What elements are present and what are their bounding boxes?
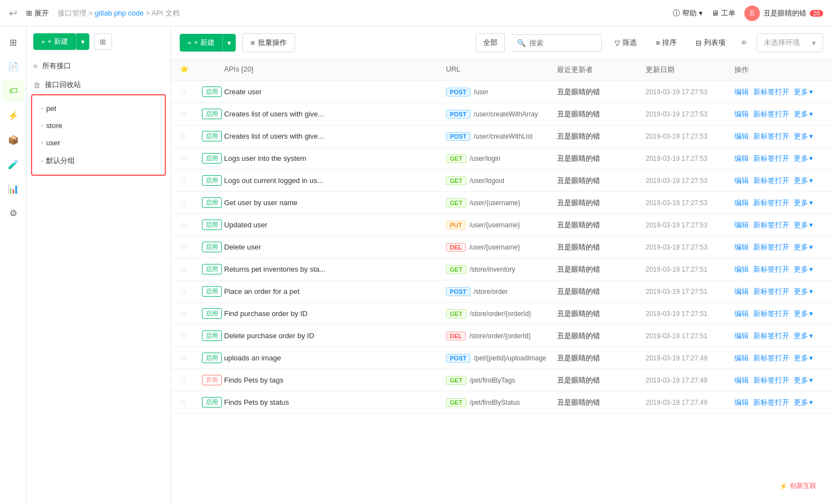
- edit-button[interactable]: 编辑: [734, 375, 749, 385]
- new-tab-button[interactable]: 新标签打开: [753, 176, 789, 186]
- api-name[interactable]: Create user: [224, 88, 446, 96]
- star-toggle[interactable]: ☆: [180, 175, 202, 186]
- sidebar-item-default[interactable]: › 默认分组 ···: [32, 151, 165, 170]
- star-toggle[interactable]: ☆: [180, 353, 202, 363]
- edit-button[interactable]: 编辑: [734, 220, 749, 230]
- star-toggle[interactable]: ☆: [180, 242, 202, 252]
- api-name[interactable]: Find purchase order by ID: [224, 309, 446, 318]
- new-tab-button[interactable]: 新标签打开: [753, 309, 789, 319]
- more-button[interactable]: 更多▾: [794, 131, 813, 141]
- api-name[interactable]: Logs out current logged in us...: [224, 176, 446, 185]
- api-name[interactable]: Place an order for a pet: [224, 287, 446, 296]
- more-button[interactable]: 更多▾: [794, 398, 813, 408]
- user-menu[interactable]: 丑 丑是眼睛的错 28: [744, 6, 823, 21]
- icon-bar-test[interactable]: 🧪: [2, 153, 24, 175]
- sort-button[interactable]: ≡ 排序: [650, 33, 683, 52]
- star-toggle[interactable]: ☆: [180, 109, 202, 119]
- main-new-button[interactable]: + + 新建: [180, 34, 222, 52]
- icon-bar-mock[interactable]: 📦: [2, 129, 24, 151]
- star-toggle[interactable]: ☆: [180, 330, 202, 341]
- workorder-button[interactable]: 🖥 工单: [712, 8, 735, 18]
- star-toggle[interactable]: ☆: [180, 264, 202, 274]
- api-name[interactable]: Returns pet inventories by sta...: [224, 265, 446, 273]
- more-button[interactable]: 更多▾: [794, 198, 813, 208]
- new-tab-button[interactable]: 新标签打开: [753, 353, 789, 363]
- star-toggle[interactable]: ☆: [180, 397, 202, 408]
- edit-button[interactable]: 编辑: [734, 331, 749, 341]
- filter-all-button[interactable]: 全部: [476, 33, 505, 52]
- sidebar-all-interfaces[interactable]: ≡ 所有接口: [27, 57, 170, 75]
- edit-button[interactable]: 编辑: [734, 198, 749, 208]
- more-button[interactable]: 更多▾: [794, 309, 813, 319]
- api-name[interactable]: Logs user into the system: [224, 154, 446, 162]
- api-name[interactable]: Updated user: [224, 221, 446, 229]
- new-tab-button[interactable]: 新标签打开: [753, 264, 789, 274]
- more-button[interactable]: 更多▾: [794, 220, 813, 230]
- edit-button[interactable]: 编辑: [734, 287, 749, 297]
- main-new-button-dropdown[interactable]: ▾: [222, 34, 236, 52]
- more-button[interactable]: 更多▾: [794, 154, 813, 164]
- sidebar-item-store[interactable]: › store ···: [32, 117, 165, 134]
- api-name[interactable]: Get user by user name: [224, 198, 446, 207]
- new-tab-button[interactable]: 新标签打开: [753, 220, 789, 230]
- edit-button[interactable]: 编辑: [734, 242, 749, 252]
- new-button-dropdown[interactable]: ▾: [76, 33, 89, 50]
- icon-bar-document[interactable]: 📄: [2, 55, 24, 78]
- api-name[interactable]: Delete user: [224, 243, 446, 251]
- api-name[interactable]: Finds Pets by status: [224, 398, 446, 406]
- edit-button[interactable]: 编辑: [734, 154, 749, 164]
- star-toggle[interactable]: ☆: [180, 308, 202, 319]
- icon-bar-home[interactable]: ⊞: [2, 31, 24, 53]
- api-name[interactable]: Creates list of users with give...: [224, 132, 446, 140]
- list-items-button[interactable]: ⊟ 列表项: [689, 33, 732, 52]
- edit-button[interactable]: 编辑: [734, 176, 749, 186]
- layout-toggle-button[interactable]: ⊞: [94, 33, 112, 50]
- icon-bar-bolt[interactable]: ⚡: [2, 104, 24, 126]
- new-button[interactable]: + + 新建: [33, 33, 76, 50]
- env-selector[interactable]: 未选择环境 ▾: [757, 33, 823, 52]
- new-tab-button[interactable]: 新标签打开: [753, 242, 789, 252]
- sidebar-item-user[interactable]: › user ···: [32, 134, 165, 151]
- edit-button[interactable]: 编辑: [734, 309, 749, 319]
- api-name[interactable]: Delete purchase order by ID: [224, 332, 446, 340]
- new-tab-button[interactable]: 新标签打开: [753, 375, 789, 385]
- star-toggle[interactable]: ☆: [180, 220, 202, 230]
- more-button[interactable]: 更多▾: [794, 331, 813, 341]
- new-tab-button[interactable]: 新标签打开: [753, 287, 789, 297]
- api-name[interactable]: uploads an image: [224, 354, 446, 362]
- edit-button[interactable]: 编辑: [734, 109, 749, 119]
- filter-button[interactable]: ▽ 筛选: [608, 33, 643, 52]
- sidebar-item-pet[interactable]: › pet ···: [32, 100, 165, 117]
- new-tab-button[interactable]: 新标签打开: [753, 87, 789, 97]
- visibility-button[interactable]: 👁: [738, 35, 750, 51]
- more-button[interactable]: 更多▾: [794, 87, 813, 97]
- star-toggle[interactable]: ☆: [180, 375, 202, 385]
- new-tab-button[interactable]: 新标签打开: [753, 198, 789, 208]
- more-button[interactable]: 更多▾: [794, 109, 813, 119]
- edit-button[interactable]: 编辑: [734, 87, 749, 97]
- star-toggle[interactable]: ☆: [180, 153, 202, 164]
- icon-bar-api[interactable]: 🏷: [2, 80, 24, 102]
- help-button[interactable]: ⓘ 帮助 ▾: [673, 8, 703, 18]
- more-button[interactable]: 更多▾: [794, 375, 813, 385]
- more-button[interactable]: 更多▾: [794, 176, 813, 186]
- sidebar-recycle-bin[interactable]: 🗑 接口回收站: [27, 75, 170, 94]
- more-button[interactable]: 更多▾: [794, 242, 813, 252]
- new-tab-button[interactable]: 新标签打开: [753, 109, 789, 119]
- edit-button[interactable]: 编辑: [734, 264, 749, 274]
- new-tab-button[interactable]: 新标签打开: [753, 331, 789, 341]
- more-button[interactable]: 更多▾: [794, 287, 813, 297]
- back-button[interactable]: ↩: [9, 7, 17, 19]
- more-button[interactable]: 更多▾: [794, 264, 813, 274]
- icon-bar-chart[interactable]: 📊: [2, 177, 24, 200]
- new-tab-button[interactable]: 新标签打开: [753, 398, 789, 408]
- edit-button[interactable]: 编辑: [734, 398, 749, 408]
- icon-bar-settings[interactable]: ⚙: [2, 202, 24, 224]
- search-input[interactable]: [529, 39, 596, 47]
- star-toggle[interactable]: ☆: [180, 197, 202, 208]
- edit-button[interactable]: 编辑: [734, 353, 749, 363]
- new-tab-button[interactable]: 新标签打开: [753, 154, 789, 164]
- api-name[interactable]: Creates list of users with give...: [224, 110, 446, 118]
- more-button[interactable]: 更多▾: [794, 353, 813, 363]
- new-tab-button[interactable]: 新标签打开: [753, 131, 789, 141]
